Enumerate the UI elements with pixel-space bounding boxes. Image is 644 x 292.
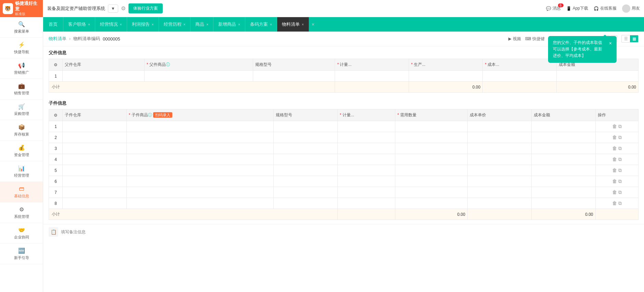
sidebar-item-finance[interactable]: 💰 资金管理: [0, 141, 43, 161]
sidebar-item-inventory[interactable]: 📦 库存核算: [0, 120, 43, 141]
child-row1-amount[interactable]: [531, 121, 595, 132]
copy-icon[interactable]: ⧉: [618, 167, 622, 173]
tab-home[interactable]: 首页: [43, 17, 63, 32]
tab-customer-close[interactable]: ×: [88, 23, 90, 26]
child-row1-num: 1: [49, 121, 63, 132]
tab-goods-close[interactable]: ×: [206, 23, 208, 26]
sidebar-item-purchase[interactable]: 🛒 采购管理: [0, 100, 43, 120]
child-row3-spec[interactable]: [274, 143, 338, 154]
tab-goods[interactable]: 商品 ×: [190, 17, 213, 32]
copy-icon[interactable]: ⧉: [618, 200, 622, 206]
sidebar-item-marketing[interactable]: 📢 营销推广: [0, 58, 43, 79]
tab-history[interactable]: 经营历程 ×: [159, 17, 191, 32]
tooltip-close-btn[interactable]: ×: [609, 39, 612, 47]
child-row2-amount[interactable]: [531, 132, 595, 143]
sidebar-item-corp[interactable]: 🤝 企业协同: [0, 223, 43, 244]
child-row1-unit[interactable]: [337, 121, 395, 132]
child-col-settings[interactable]: ⚙: [49, 109, 63, 121]
tab-profit[interactable]: 利润报告 ×: [127, 17, 159, 32]
tab-barcode[interactable]: 条码方案 ×: [245, 17, 277, 32]
delete-icon[interactable]: 🗑: [612, 178, 617, 184]
sidebar-item-operations[interactable]: 📊 经营管理: [0, 161, 43, 182]
child-row3-goods[interactable]: [126, 143, 273, 154]
child-row1-goods[interactable]: [126, 121, 273, 132]
child-row1-unitcost[interactable]: [468, 121, 532, 132]
copy-icon[interactable]: ⧉: [618, 145, 622, 151]
child-row3-warehouse[interactable]: [63, 143, 127, 154]
sidebar-item-search[interactable]: 🔍 搜索菜单: [0, 17, 43, 38]
video-icon: ▶: [508, 36, 511, 41]
child-row1-spec[interactable]: [274, 121, 338, 132]
parent-col-settings[interactable]: ⚙: [49, 59, 63, 71]
tab-newgoods[interactable]: 新增商品 ×: [213, 17, 245, 32]
sidebar-item-system[interactable]: ⚙ 系统管理: [0, 202, 43, 223]
tab-barcode-close[interactable]: ×: [270, 23, 272, 26]
parent-row1-goods[interactable]: [144, 71, 253, 82]
copy-icon[interactable]: ⧉: [618, 178, 622, 184]
delete-icon[interactable]: 🗑: [612, 189, 617, 195]
delete-icon[interactable]: 🗑: [612, 200, 617, 206]
delete-icon[interactable]: 🗑: [612, 135, 617, 140]
tab-business-close[interactable]: ×: [120, 23, 122, 26]
list-view-btn[interactable]: ☰: [622, 35, 630, 42]
close-all-btn[interactable]: ×: [309, 22, 317, 27]
copy-icon[interactable]: ⧉: [618, 189, 622, 195]
app-download-btn[interactable]: 📱 App下载: [566, 5, 588, 11]
tab-newgoods-close[interactable]: ×: [238, 23, 240, 26]
tab-profit-close[interactable]: ×: [152, 23, 154, 26]
sidebar-item-operations-label: 经营管理: [14, 173, 29, 178]
parent-row1-unit[interactable]: [335, 71, 409, 82]
child-row3-qty[interactable]: [395, 143, 468, 154]
parent-subtotal-amount: 0.00: [556, 82, 638, 93]
child-row2-goods[interactable]: [126, 132, 273, 143]
shortcut-btn[interactable]: ⌨ 快捷键: [525, 36, 545, 42]
copy-icon[interactable]: ⧉: [618, 156, 622, 162]
trial-button[interactable]: 体验行业方案: [128, 3, 163, 13]
delete-icon[interactable]: 🗑: [612, 145, 617, 151]
delete-icon[interactable]: 🗑: [612, 156, 617, 162]
sidebar-item-sales[interactable]: 💼 销售管理: [0, 79, 43, 100]
user-area[interactable]: 用友: [622, 4, 640, 13]
tab-business[interactable]: 经营情况 ×: [95, 17, 127, 32]
child-subtotal-label: 小计: [49, 209, 338, 220]
message-btn[interactable]: 💬 消息 6: [546, 5, 561, 11]
delete-icon[interactable]: 🗑: [612, 124, 617, 129]
child-row3-unitcost[interactable]: [468, 143, 532, 154]
child-row2-qty[interactable]: [395, 132, 468, 143]
breadcrumb-code-value: 0000005: [103, 36, 120, 42]
tab-history-close[interactable]: ×: [184, 23, 186, 26]
tab-newgoods-label: 新增商品: [218, 21, 236, 27]
view-video-btn[interactable]: ▶ 视频: [508, 36, 521, 42]
online-service-btn[interactable]: 🎧 在线客服: [594, 5, 617, 11]
tab-customer[interactable]: 客户联络 ×: [63, 17, 95, 32]
parent-row1-spec[interactable]: [253, 71, 335, 82]
remark-input[interactable]: [61, 230, 639, 234]
copy-icon[interactable]: ⧉: [618, 135, 622, 140]
scan-btn[interactable]: 扫码录入: [153, 112, 172, 118]
topbar: 装备及固定资产辅助管理系统 ▼ ⚙ 体验行业方案 💬 消息 6 📱 App下载 …: [43, 0, 644, 17]
settings-icon[interactable]: ⚙: [121, 5, 126, 12]
child-row1-warehouse[interactable]: [63, 121, 127, 132]
breadcrumb-sep: ›: [69, 36, 71, 41]
child-row2-unit[interactable]: [337, 132, 395, 143]
child-row3-amount[interactable]: [531, 143, 595, 154]
sidebar-item-quicknav[interactable]: ⚡ 快捷导航: [0, 38, 43, 58]
sidebar-item-guide[interactable]: 🆕 新手引导: [0, 244, 43, 264]
parent-row1-cost[interactable]: [483, 71, 557, 82]
tab-bom[interactable]: 物料清单 ×: [277, 17, 309, 32]
delete-icon[interactable]: 🗑: [612, 167, 617, 173]
child-row1-qty[interactable]: [395, 121, 468, 132]
breadcrumb-bom[interactable]: 物料清单: [49, 36, 66, 42]
child-row2-unitcost[interactable]: [468, 132, 532, 143]
grid-view-btn[interactable]: ▦: [630, 35, 638, 42]
child-row3-unit[interactable]: [337, 143, 395, 154]
child-row2-warehouse[interactable]: [63, 132, 127, 143]
child-row2-spec[interactable]: [274, 132, 338, 143]
parent-row1-production[interactable]: [409, 71, 483, 82]
system-dropdown[interactable]: ▼: [108, 4, 118, 13]
sidebar-item-basic[interactable]: 🗃 基础信息: [0, 182, 43, 202]
parent-row1-warehouse[interactable]: [63, 71, 145, 82]
tab-bom-close[interactable]: ×: [302, 23, 304, 26]
copy-icon[interactable]: ⧉: [618, 124, 622, 129]
parent-row1-amount[interactable]: [556, 71, 638, 82]
